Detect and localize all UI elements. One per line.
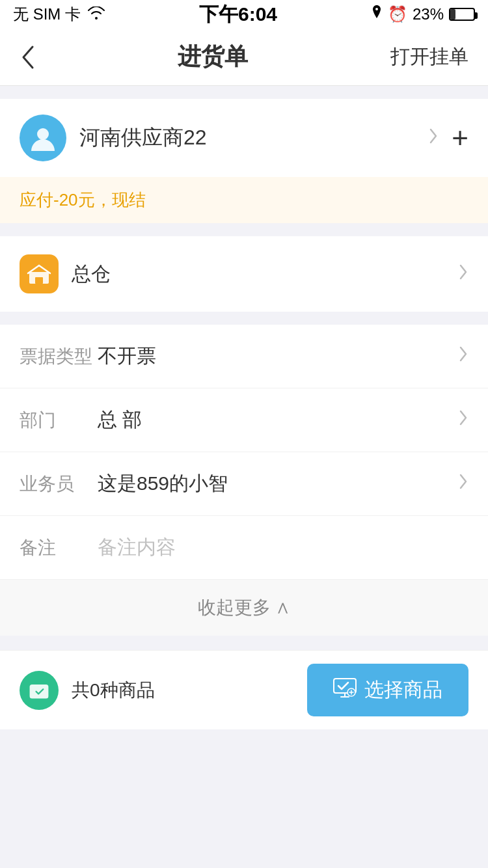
status-bar-left: 无 SIM 卡	[13, 4, 105, 25]
product-count-area: 共0种商品	[20, 671, 155, 710]
warehouse-chevron-icon	[458, 263, 468, 286]
collapse-label: 收起更多 ∧	[198, 595, 291, 620]
department-chevron-icon	[458, 409, 468, 431]
gap-3	[0, 312, 488, 325]
gap-1	[0, 86, 488, 99]
department-row[interactable]: 部门 总 部	[0, 388, 488, 452]
salesperson-label: 业务员	[20, 472, 98, 496]
supplier-avatar	[20, 115, 66, 161]
invoice-type-value: 不开票	[98, 343, 458, 370]
add-supplier-button[interactable]: +	[452, 122, 468, 154]
invoice-chevron-icon	[458, 345, 468, 368]
gap-4	[0, 636, 488, 649]
form-card: 票据类型 不开票 部门 总 部 业务员 这是859的小智 备注 备注内容	[0, 325, 488, 636]
collapse-row[interactable]: 收起更多 ∧	[0, 579, 488, 636]
supplier-chevron-icon	[428, 126, 439, 150]
open-pending-button[interactable]: 打开挂单	[390, 44, 468, 70]
remark-label: 备注	[20, 536, 98, 560]
warehouse-icon	[20, 254, 59, 293]
status-bar-time: 下午6:04	[199, 1, 277, 28]
department-label: 部门	[20, 408, 98, 433]
remark-row[interactable]: 备注 备注内容	[0, 515, 488, 579]
product-count-label: 共0种商品	[72, 678, 155, 703]
gap-2	[0, 223, 488, 236]
wifi-icon	[87, 5, 105, 23]
svg-point-0	[375, 8, 378, 10]
notice-text: 应付-20元，现结	[20, 190, 146, 210]
carrier-text: 无 SIM 卡	[13, 4, 81, 25]
page-title: 进货单	[178, 41, 248, 73]
status-bar-right: ⏰ 23%	[371, 5, 475, 23]
department-value: 总 部	[98, 407, 458, 433]
notice-bar: 应付-20元，现结	[0, 177, 488, 223]
product-count-icon	[20, 671, 59, 710]
salesperson-value: 这是859的小智	[98, 470, 458, 497]
alarm-icon: ⏰	[388, 5, 407, 23]
svg-rect-4	[30, 685, 49, 699]
select-product-label: 选择商品	[364, 677, 442, 703]
svg-rect-3	[35, 277, 43, 284]
supplier-row: 河南供应商22 +	[0, 99, 488, 177]
battery-percent: 23%	[413, 5, 444, 23]
warehouse-row[interactable]: 总仓	[0, 236, 488, 312]
select-product-icon	[333, 678, 357, 702]
salesperson-chevron-icon	[458, 472, 468, 495]
remark-input[interactable]: 备注内容	[98, 534, 468, 561]
bottom-bar: 共0种商品 选择商品	[0, 650, 488, 729]
status-bar: 无 SIM 卡 下午6:04 ⏰ 23%	[0, 0, 488, 29]
location-icon	[371, 5, 383, 23]
invoice-type-label: 票据类型	[20, 344, 98, 369]
nav-bar: 进货单 打开挂单	[0, 29, 488, 86]
salesperson-row[interactable]: 业务员 这是859的小智	[0, 452, 488, 515]
svg-point-1	[37, 128, 49, 140]
warehouse-card: 总仓	[0, 236, 488, 312]
supplier-card: 河南供应商22 + 应付-20元，现结	[0, 99, 488, 223]
back-button[interactable]	[20, 44, 35, 70]
invoice-type-row[interactable]: 票据类型 不开票	[0, 325, 488, 388]
supplier-name[interactable]: 河南供应商22	[79, 124, 428, 152]
warehouse-name: 总仓	[72, 261, 458, 288]
battery-icon	[449, 8, 475, 21]
select-product-button[interactable]: 选择商品	[307, 664, 468, 716]
